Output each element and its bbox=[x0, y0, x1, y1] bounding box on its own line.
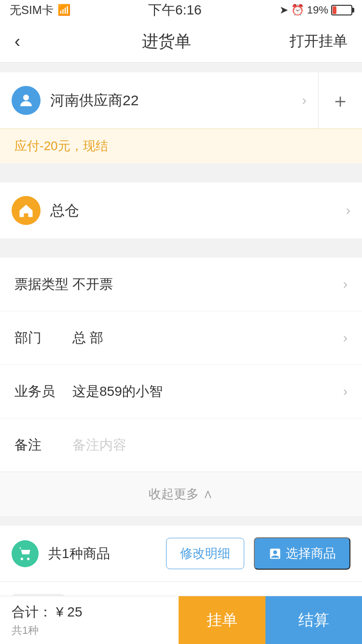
supplier-avatar bbox=[12, 86, 41, 115]
select-product-icon bbox=[268, 547, 282, 560]
back-button[interactable]: ‹ bbox=[14, 31, 43, 52]
chevron-right-icon: › bbox=[302, 93, 306, 108]
checkout-button[interactable]: 结算 bbox=[265, 596, 362, 644]
status-right: ➤ ⏰ 19% bbox=[279, 4, 352, 16]
nav-bar: ‹ 进货单 打开挂单 bbox=[0, 20, 362, 63]
select-product-button[interactable]: 选择商品 bbox=[254, 537, 350, 570]
supplier-select-row[interactable]: 河南供应商22 › bbox=[0, 72, 319, 128]
invoice-type-chevron-icon: › bbox=[343, 277, 348, 292]
total-line: 合计： ¥ 25 bbox=[12, 603, 167, 621]
bottom-bar: 合计： ¥ 25 共1种 挂单 结算 bbox=[0, 596, 362, 644]
supplier-notice: 应付-20元，现结 bbox=[0, 128, 362, 163]
department-value: 总 部 bbox=[72, 329, 343, 347]
warehouse-icon bbox=[12, 196, 41, 225]
carrier-text: 无SIM卡 bbox=[10, 2, 54, 18]
section-gap-1 bbox=[0, 63, 362, 72]
total-amount: ¥ 25 bbox=[56, 604, 83, 620]
remark-row[interactable]: 备注 备注内容 bbox=[0, 419, 362, 472]
open-hang-button[interactable]: 打开挂单 bbox=[290, 31, 348, 51]
warehouse-name: 总仓 bbox=[50, 201, 346, 221]
bottom-total: 合计： ¥ 25 共1种 bbox=[0, 596, 179, 644]
section-gap-3 bbox=[0, 238, 362, 248]
section-gap-2 bbox=[0, 163, 362, 173]
battery-icon bbox=[331, 5, 352, 15]
invoice-type-row[interactable]: 票据类型 不开票 › bbox=[0, 258, 362, 311]
select-product-label: 选择商品 bbox=[286, 545, 336, 562]
invoice-type-label: 票据类型 bbox=[14, 275, 72, 294]
staff-row[interactable]: 业务员 这是859的小智 › bbox=[0, 365, 362, 419]
remark-label: 备注 bbox=[14, 436, 72, 454]
svg-point-0 bbox=[23, 95, 29, 100]
product-header: 共1种商品 修改明细 选择商品 bbox=[0, 526, 362, 581]
location-icon: ➤ bbox=[279, 4, 288, 16]
form-section: 票据类型 不开票 › 部门 总 部 › 业务员 这是859的小智 › 备注 备注… bbox=[0, 258, 362, 472]
battery-percent: 19% bbox=[307, 4, 328, 16]
wifi-icon: 📶 bbox=[57, 4, 70, 16]
hang-button[interactable]: 挂单 bbox=[179, 596, 265, 644]
person-icon bbox=[17, 92, 35, 109]
staff-chevron-icon: › bbox=[343, 384, 348, 399]
staff-value: 这是859的小智 bbox=[72, 382, 343, 401]
home-icon bbox=[17, 202, 35, 219]
alarm-icon: ⏰ bbox=[291, 4, 304, 16]
remark-input[interactable]: 备注内容 bbox=[72, 436, 348, 454]
total-count: 共1种 bbox=[12, 623, 167, 638]
cart-icon bbox=[17, 546, 33, 561]
collapse-label: 收起更多 ∧ bbox=[149, 486, 213, 503]
product-count-label: 共1种商品 bbox=[48, 545, 156, 563]
department-label: 部门 bbox=[14, 329, 72, 347]
department-row[interactable]: 部门 总 部 › bbox=[0, 311, 362, 365]
page-title: 进货单 bbox=[142, 30, 191, 53]
warehouse-chevron-icon: › bbox=[346, 203, 350, 218]
status-left: 无SIM卡 📶 bbox=[10, 2, 70, 18]
modify-detail-button[interactable]: 修改明细 bbox=[166, 538, 244, 569]
checkout-button-label: 结算 bbox=[298, 610, 329, 631]
product-count-icon bbox=[12, 540, 39, 567]
department-chevron-icon: › bbox=[343, 330, 348, 346]
collapse-row[interactable]: 收起更多 ∧ bbox=[0, 472, 362, 516]
status-bar: 无SIM卡 📶 下午6:16 ➤ ⏰ 19% bbox=[0, 0, 362, 20]
staff-label: 业务员 bbox=[14, 382, 72, 401]
add-supplier-button[interactable]: ＋ bbox=[319, 87, 362, 114]
invoice-type-value: 不开票 bbox=[72, 275, 343, 294]
warehouse-row[interactable]: 总仓 › bbox=[0, 182, 362, 238]
total-label: 合计： bbox=[12, 603, 52, 621]
status-time: 下午6:16 bbox=[148, 1, 202, 19]
supplier-section: 河南供应商22 › ＋ bbox=[0, 72, 362, 128]
hang-button-label: 挂单 bbox=[207, 610, 237, 631]
supplier-name: 河南供应商22 bbox=[50, 91, 302, 111]
